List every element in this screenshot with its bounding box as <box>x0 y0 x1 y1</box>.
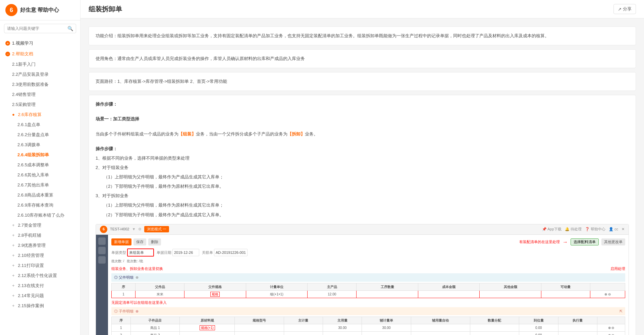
sidebar-item-s21[interactable]: 2.1新手入门 <box>0 59 80 69</box>
child-cell-arrive-1: 0.00 <box>519 324 558 332</box>
sidebar-item-s214[interactable]: + 2.14常见问题 <box>0 291 80 301</box>
settings-icon: ⚙ <box>138 226 142 232</box>
parent-section-icon: ⊕ <box>136 274 139 281</box>
child-col-aux-qty: 辅用量自动 <box>411 317 470 324</box>
sidebar-item-s261[interactable]: 2.6.1盘点单 <box>0 120 80 130</box>
annotation-top-text: 有装配清单的在这里处理 <box>519 239 560 245</box>
search-box[interactable]: 🔍 <box>4 24 76 33</box>
sidebar-item-s23[interactable]: 2.3使用前数据准备 <box>0 79 80 90</box>
content-area: 功能介绍：组装拆卸单用来处理企业组装或拆卸等加工业务，支持有固定装配清单的产品加… <box>80 18 644 335</box>
sidebar-item-s27[interactable]: + 2.7资金管理 <box>0 220 80 230</box>
sidebar-item-docs[interactable]: − 2.帮助文档 <box>0 49 80 59</box>
child-cell-qty-1: 30.00 <box>323 324 362 332</box>
app-icon-3: ❓ 帮助中心 <box>585 226 605 232</box>
more-btn[interactable]: 其他更改单 <box>601 238 625 245</box>
save-button[interactable]: 保存 <box>133 238 146 245</box>
parent-section-label: ◎ 父件明细 <box>114 274 133 281</box>
type-value[interactable]: 来组装单 <box>127 248 154 257</box>
sidebar-item-s266[interactable]: 2.6.6其他入库单 <box>0 170 80 180</box>
new-button[interactable]: 新增单据 <box>111 238 131 245</box>
sidebar-item-s22[interactable]: 2.2产品安装及登录 <box>0 69 80 79</box>
sub-qty-label: 批次数: / <box>111 258 124 264</box>
sidebar-item-s262[interactable]: 2.6.2分量盘点单 <box>0 130 80 140</box>
child-cell-spec-1 <box>235 324 284 332</box>
annotation-arrow-top: → <box>562 237 568 246</box>
app-content: 新增单据 保存 删除 有装配清单的在这里处理 → 选择配料清单 其他更改单 <box>96 235 629 335</box>
delete-button[interactable]: 删除 <box>148 238 161 245</box>
child-cell-aux-unit-2 <box>362 332 411 335</box>
parent-table: 序 父件品 父件规格 计量单位 主产品 工序数量 成本金额 其他金额 可动量 <box>111 283 625 298</box>
sidebar-item-video[interactable]: + 1.视频学习 <box>0 38 80 49</box>
app-dropdown-icon: ▼ <box>132 226 136 232</box>
step3-sub2: （2）下部明细为子件明细，最终作为产成品生成其它入库单。 <box>104 211 629 219</box>
plus-icon-s27: + <box>12 223 15 228</box>
col-parent-spec: 父件规格 <box>184 283 246 290</box>
date-value[interactable]: 2019-12-26 <box>172 249 199 257</box>
parent-table-header: 序 父件品 父件规格 计量单位 主产品 工序数量 成本金额 其他金额 可动量 <box>112 283 625 290</box>
app-icon-2: 🔔 待处理 <box>565 226 582 232</box>
annotation-bottom-text: 无固定清单可以在组组在这里录入 <box>111 300 167 304</box>
sidebar-item-s29[interactable]: + 2.9优惠券管理 <box>0 240 80 250</box>
select-bom-button[interactable]: 选择配料清单 <box>571 238 599 245</box>
sidebar-item-s267[interactable]: 2.6.7其他出库单 <box>0 180 80 190</box>
plus-icon-s213: + <box>12 283 15 288</box>
search-input[interactable] <box>7 26 67 31</box>
col-main-qty: 主产品 <box>308 283 357 290</box>
plus-icon-s214: + <box>12 293 15 298</box>
spec-highlighted: 规格 <box>210 292 220 297</box>
form-row: 单据类型 来组装单 单据日期 2019-12-26 关联单 AD-2019122… <box>111 248 625 257</box>
nav-section: + 1.视频学习 − 2.帮助文档 2.1新手入门 2.2产品安装及登录 2.3… <box>0 37 80 312</box>
sidebar-item-s210[interactable]: + 2.10经营管理 <box>0 250 80 261</box>
nav-dot-1[interactable] <box>98 237 106 245</box>
child-cell-seq-1: 1 <box>112 324 131 332</box>
child-cell-raw-1: 规格(+1) <box>179 324 234 332</box>
step2-sub1: （1）上部明细为父件明细，最终作为产成品生成其它入库单； <box>104 173 629 181</box>
sidebar: 6 好生意 帮助中心 🔍 + 1.视频学习 − 2.帮助文档 2.1新手入门 2… <box>0 0 80 335</box>
minus-icon-s26: ● <box>12 112 15 117</box>
close-icon[interactable]: ✕ <box>622 226 625 232</box>
sidebar-item-s2610[interactable]: 2.6.10库存账本错了么办 <box>0 210 80 220</box>
col-other: 其他金额 <box>480 283 541 290</box>
detail-value[interactable]: AD-20191226-001 <box>214 249 248 257</box>
child-cell-act-1: ⊕ ⊖ <box>597 324 625 332</box>
sidebar-item-s28[interactable]: + 2.8手机旺辅 <box>0 230 80 240</box>
share-button[interactable]: ↗ 分享 <box>613 4 636 14</box>
app-top-icons: 📌 App下载 🔔 待处理 ❓ 帮助中心 👤 cc ✕ <box>542 226 625 232</box>
sidebar-item-s268[interactable]: 2.6.8商品成本重算 <box>0 190 80 200</box>
sidebar-item-s264[interactable]: 2.6.4组装拆卸单 <box>0 150 80 160</box>
sidebar-item-s25[interactable]: 2.5采购管理 <box>0 100 80 110</box>
sidebar-item-s212[interactable]: + 2.12系统个性化设置 <box>0 271 80 281</box>
col-avail: 可动量 <box>541 283 590 290</box>
nav-mode-button[interactable]: 浏览模式 一 <box>144 226 169 232</box>
intro-card: 功能介绍：组装拆卸单用来处理企业组装或拆卸等加工业务，支持有固定装配清单的产品加… <box>89 26 636 45</box>
steps-title: 操作步骤： <box>96 101 629 108</box>
steps-label: 操作步骤： <box>96 145 629 153</box>
sidebar-item-s215[interactable]: + 2.15操作案例 <box>0 301 80 311</box>
sidebar-item-s265[interactable]: 2.6.5成本调整单 <box>0 160 80 170</box>
sidebar-item-s211[interactable]: + 2.11打印设置 <box>0 261 80 271</box>
sidebar-item-s213[interactable]: + 2.13在线支付 <box>0 281 80 291</box>
search-icon[interactable]: 🔍 <box>67 26 73 31</box>
col-seq: 序 <box>112 283 136 290</box>
sidebar-item-s24[interactable]: 2.4销售管理 <box>0 90 80 100</box>
child-cell-arrive-2: 0.00 <box>519 332 558 335</box>
cell-cost-1 <box>418 290 480 298</box>
cell-main-qty-1: 12.00 <box>308 290 357 298</box>
app-id: TEST-H002 <box>110 226 129 232</box>
sidebar-item-s263[interactable]: 2.6.3调拨单 <box>0 140 80 150</box>
child-cell-qty-2 <box>323 332 362 335</box>
child-cell-aux-qty-2 <box>411 332 470 335</box>
plus-icon-s212: + <box>12 273 15 278</box>
child-cell-exec-1 <box>558 324 597 332</box>
col-parent-item: 父件品 <box>136 283 184 290</box>
sidebar-item-s26[interactable]: ● 2.6库存核算 <box>0 110 80 120</box>
nav-dot-2[interactable] <box>98 247 106 254</box>
expand-icon[interactable]: ⇱ <box>620 308 623 315</box>
app-main-area: 新增单据 保存 删除 有装配清单的在这里处理 → 选择配料清单 其他更改单 <box>108 235 629 335</box>
type-label: 单据类型 <box>111 249 126 256</box>
role-text: 使用角色：通常由生产人员或库管人员完成折装业务的操作，库管人员确认原材料的出库和… <box>96 55 629 62</box>
app-toolbar: 新增单据 保存 删除 有装配清单的在这里处理 → 选择配料清单 其他更改单 <box>111 237 625 246</box>
sidebar-item-s269[interactable]: 2.6.9库存账本查询 <box>0 200 80 210</box>
nav-dot-3[interactable] <box>98 256 106 264</box>
step1: 1、根据不同的业务，选择不同单据的类型来处理 <box>96 155 629 162</box>
